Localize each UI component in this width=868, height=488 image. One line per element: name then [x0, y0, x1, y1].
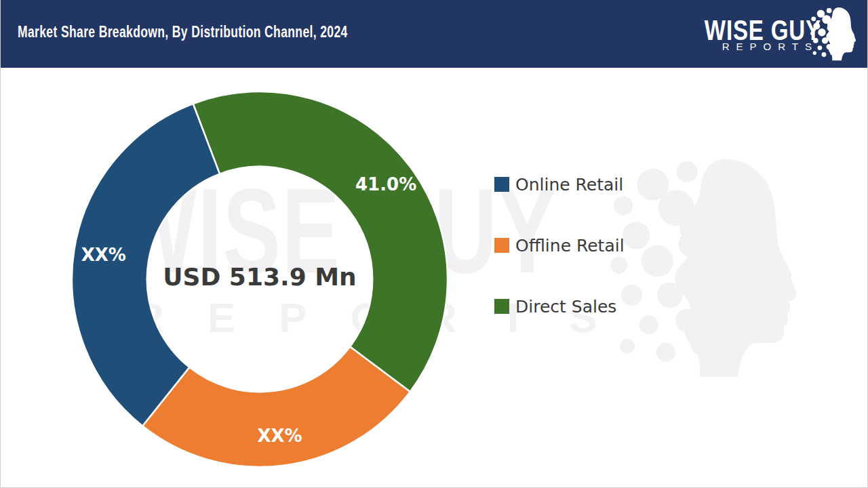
- chart-center-value: USD 513.9 Mn: [163, 263, 356, 291]
- page-root: WISE GUY REPORTS 41.0%XX%XX% USD 513.9 M…: [0, 0, 868, 488]
- legend-item-direct-sales: Direct Sales: [494, 296, 616, 317]
- page-title: Market Share Breakdown, By Distribution …: [18, 22, 348, 41]
- legend-label: Offline Retail: [515, 236, 625, 256]
- legend-swatch-icon: [494, 177, 509, 192]
- legend-item-offline-retail: Offline Retail: [494, 235, 625, 256]
- donut-slice-direct-sales: [193, 92, 448, 392]
- wiseguy-face-icon: [809, 5, 856, 62]
- legend-label: Direct Sales: [515, 297, 616, 317]
- slice-label-direct-sales: 41.0%: [355, 174, 416, 195]
- slice-label-online-retail: XX%: [81, 245, 126, 265]
- logo-reports-text: REPORTS: [722, 41, 818, 52]
- header-bar: Market Share Breakdown, By Distribution …: [1, 0, 868, 68]
- wiseguy-logo: WISE GUY REPORTS: [699, 0, 862, 68]
- legend-label: Online Retail: [515, 175, 623, 195]
- legend-item-online-retail: Online Retail: [494, 174, 623, 195]
- wiseguy-face-watermark-icon: [606, 150, 797, 384]
- slice-label-offline-retail: XX%: [258, 426, 302, 446]
- legend-swatch-icon: [494, 238, 509, 253]
- legend-swatch-icon: [494, 299, 509, 314]
